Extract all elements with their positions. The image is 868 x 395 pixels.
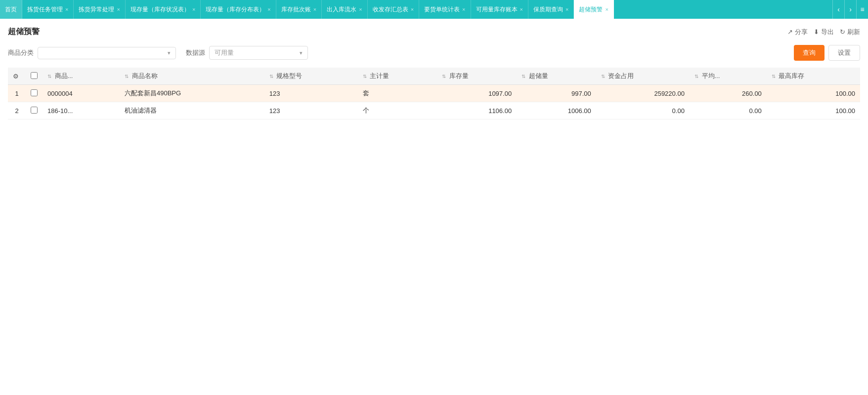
nav-expiry[interactable]: 保质期查询 ×	[528, 0, 574, 19]
sort-icon: ⇅	[694, 74, 698, 79]
nav-overstock[interactable]: 超储预警 ×	[574, 0, 613, 19]
data-source-select[interactable]: 可用量 ▾	[209, 46, 308, 60]
avg-cell: 260.00	[690, 85, 767, 102]
close-icon[interactable]: ×	[267, 6, 270, 12]
row-checkbox[interactable]	[31, 89, 38, 96]
nav-menu-button[interactable]: ≡	[856, 0, 868, 19]
row-index: 2	[8, 102, 26, 119]
export-icon: ⬇	[814, 28, 819, 36]
close-icon[interactable]: ×	[192, 6, 195, 12]
share-button[interactable]: ↗ 分享	[787, 28, 808, 37]
nav-batch[interactable]: 库存批次账 ×	[276, 0, 322, 19]
refresh-button[interactable]: ↻ 刷新	[840, 28, 860, 37]
spec-column-header[interactable]: ⇅ 规格型号	[264, 68, 358, 85]
export-button[interactable]: ⬇ 导出	[814, 28, 834, 37]
gear-column-header[interactable]: ⚙	[8, 68, 26, 85]
gear-icon[interactable]: ⚙	[13, 73, 19, 80]
settings-button[interactable]: 设置	[828, 45, 860, 61]
refresh-icon: ↻	[840, 28, 845, 36]
chevron-down-icon: ▾	[300, 50, 303, 56]
stock-column-header[interactable]: ⇅ 库存量	[437, 68, 517, 85]
nav-summary[interactable]: 收发存汇总表 ×	[368, 0, 419, 19]
unit-column-header[interactable]: ⇅ 主计量	[358, 68, 437, 85]
max-stock-cell: 100.00	[767, 102, 860, 119]
close-icon-active[interactable]: ×	[605, 6, 608, 12]
page-container: 超储预警 ↗ 分享 ⬇ 导出 ↻ 刷新 商品分类 ▾	[0, 19, 868, 395]
checkbox-column-header[interactable]	[26, 68, 43, 85]
nav-stock-status[interactable]: 现存量（库存状况表） ×	[126, 0, 201, 19]
row-checkbox[interactable]	[31, 107, 38, 114]
product-name-column-header[interactable]: ⇅ 商品名称	[120, 68, 264, 85]
table-row: 2 186-10... 机油滤清器 123 个 1106.00 1006.00 …	[8, 102, 860, 119]
nav-next-button[interactable]: ›	[844, 0, 856, 19]
table-body: 1 0000004 六配套新昌490BPG 123 套 1097.00 997.…	[8, 85, 860, 119]
product-code-column-header[interactable]: ⇅ 商品...	[43, 68, 120, 85]
unit-cell: 个	[358, 102, 437, 119]
max-stock-column-header[interactable]: ⇅ 最高库存	[767, 68, 860, 85]
select-all-checkbox[interactable]	[31, 72, 38, 79]
sort-icon: ⇅	[125, 74, 129, 79]
capital-cell: 0.00	[596, 102, 690, 119]
product-code-cell: 0000004	[43, 85, 120, 102]
sort-icon: ⇅	[47, 74, 51, 79]
row-checkbox-cell[interactable]	[26, 102, 43, 119]
avg-cell: 0.00	[690, 102, 767, 119]
stock-cell: 1106.00	[437, 102, 517, 119]
nav-requisition[interactable]: 要货单统计表 ×	[419, 0, 471, 19]
capital-column-header[interactable]: ⇅ 资金占用	[596, 68, 690, 85]
sort-icon: ⇅	[363, 74, 367, 79]
close-icon[interactable]: ×	[520, 6, 523, 12]
product-name-cell: 机油滤清器	[120, 102, 264, 119]
sort-icon: ⇅	[442, 74, 446, 79]
product-name-cell: 六配套新昌490BPG	[120, 85, 264, 102]
filter-buttons: 查询 设置	[794, 45, 860, 61]
over-stock-cell: 997.00	[517, 85, 596, 102]
page-header: 超储预警 ↗ 分享 ⬇ 导出 ↻ 刷新	[8, 27, 860, 37]
nav-stock-dist[interactable]: 现存量（库存分布表） ×	[201, 0, 276, 19]
close-icon[interactable]: ×	[65, 6, 68, 12]
close-icon[interactable]: ×	[565, 6, 568, 12]
nav-arrow-group: ‹ › ≡	[832, 0, 868, 19]
sort-icon: ⇅	[269, 74, 273, 79]
query-button[interactable]: 查询	[794, 45, 825, 61]
table-row: 1 0000004 六配套新昌490BPG 123 套 1097.00 997.…	[8, 85, 860, 102]
spec-cell: 123	[264, 85, 358, 102]
nav-flow[interactable]: 出入库流水 ×	[322, 0, 367, 19]
nav-prev-button[interactable]: ‹	[832, 0, 844, 19]
nav-exception[interactable]: 拣货异常处理 ×	[74, 0, 125, 19]
sort-icon: ⇅	[521, 74, 525, 79]
data-table: ⚙ ⇅ 商品... ⇅ 商品名称 ⇅ 规格型号 ⇅	[8, 68, 860, 119]
row-index: 1	[8, 85, 26, 102]
filter-section: 商品分类 ▾ 数据源 可用量 ▾ 查询 设置	[8, 45, 860, 61]
product-code-cell: 186-10...	[43, 102, 120, 119]
nav-home[interactable]: 首页	[0, 0, 22, 19]
close-icon[interactable]: ×	[313, 6, 316, 12]
page-title: 超储预警	[8, 27, 40, 37]
close-icon[interactable]: ×	[117, 6, 120, 12]
nav-task-mgmt[interactable]: 拣货任务管理 ×	[22, 0, 74, 19]
over-stock-column-header[interactable]: ⇅ 超储量	[517, 68, 596, 85]
data-source-label: 数据源	[186, 48, 205, 57]
over-stock-cell: 1006.00	[517, 102, 596, 119]
sort-icon: ⇅	[601, 74, 605, 79]
stock-cell: 1097.00	[437, 85, 517, 102]
product-category-label: 商品分类	[8, 48, 34, 57]
product-category-select[interactable]: ▾	[38, 47, 176, 59]
sort-icon: ⇅	[772, 74, 776, 79]
spec-cell: 123	[264, 102, 358, 119]
chevron-down-icon: ▾	[168, 50, 171, 56]
share-icon: ↗	[787, 28, 793, 36]
avg-column-header[interactable]: ⇅ 平均...	[690, 68, 767, 85]
close-icon[interactable]: ×	[462, 6, 465, 12]
data-source-filter: 数据源 可用量 ▾	[186, 46, 308, 60]
unit-cell: 套	[358, 85, 437, 102]
close-icon[interactable]: ×	[411, 6, 414, 12]
product-category-filter: 商品分类 ▾	[8, 47, 176, 59]
nav-available[interactable]: 可用量库存账本 ×	[471, 0, 528, 19]
header-actions: ↗ 分享 ⬇ 导出 ↻ 刷新	[787, 28, 860, 37]
row-checkbox-cell[interactable]	[26, 85, 43, 102]
close-icon[interactable]: ×	[359, 6, 362, 12]
capital-cell: 259220.00	[596, 85, 690, 102]
max-stock-cell: 100.00	[767, 85, 860, 102]
top-navigation: 首页 拣货任务管理 × 拣货异常处理 × 现存量（库存状况表） × 现存量（库存…	[0, 0, 868, 19]
